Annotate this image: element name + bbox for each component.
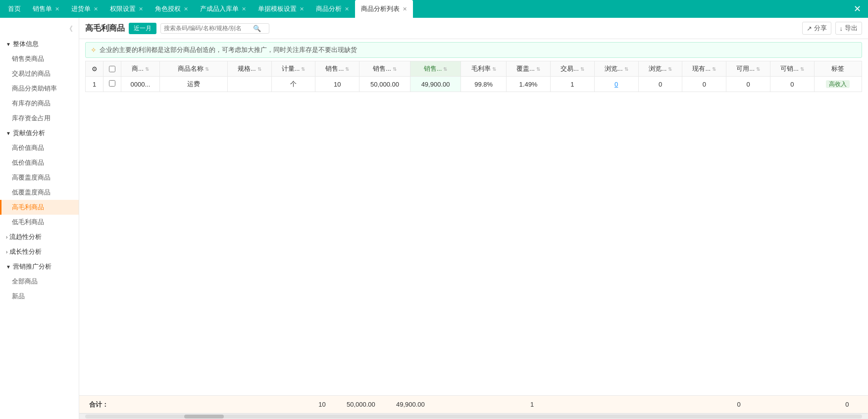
export-icon: ↓ — [840, 25, 843, 32]
tab-purchase-close[interactable]: ✕ — [94, 6, 98, 12]
cell-coverage: 1.49% — [507, 77, 551, 92]
tab-product-analysis-list-close[interactable]: ✕ — [403, 6, 407, 12]
footer-totals: 合计： 10 50,000.00 49,900.00 1 0 0 — [79, 395, 868, 413]
tab-role[interactable]: 角色授权 ✕ — [149, 0, 194, 18]
tab-template-close[interactable]: ✕ — [300, 6, 304, 12]
col-unit[interactable]: 计量...⇅ — [271, 61, 315, 77]
share-icon: ↗ — [807, 25, 812, 32]
col-sales-qty[interactable]: 销售...⇅ — [315, 61, 359, 77]
col-spec[interactable]: 规格...⇅ — [227, 61, 271, 77]
col-browse1[interactable]: 浏览...⇅ — [594, 61, 638, 77]
sidebar-group-marketing[interactable]: ▼ 营销推广分析 — [0, 259, 79, 274]
col-sales-amount[interactable]: 销售...⇅ — [359, 61, 410, 77]
tab-product-analysis[interactable]: 商品分析 ✕ — [310, 0, 355, 18]
tab-sales-close[interactable]: ✕ — [55, 6, 59, 12]
cell-sales-qty: 10 — [315, 77, 359, 92]
row-checkbox[interactable] — [109, 80, 115, 87]
expand-arrow-trend: › — [6, 234, 7, 240]
col-tag[interactable]: 标签 — [814, 61, 862, 77]
select-all-checkbox[interactable] — [109, 66, 115, 72]
sidebar-item-sales-goods[interactable]: 销售类商品 — [0, 51, 79, 66]
tab-home[interactable]: 首页 — [2, 0, 27, 18]
cell-index: 1 — [86, 77, 103, 92]
tab-permission[interactable]: 权限设置 ✕ — [104, 0, 149, 18]
tab-product-analysis-close[interactable]: ✕ — [345, 6, 349, 12]
table-wrapper[interactable]: ⚙ 商...⇅ 商品名称⇅ 规格...⇅ — [79, 61, 868, 395]
col-settings[interactable]: ⚙ — [86, 61, 103, 77]
sidebar-group-overall[interactable]: ▼ 整体信息 — [0, 37, 79, 51]
tab-permission-close[interactable]: ✕ — [139, 6, 143, 12]
search-input[interactable] — [164, 25, 253, 32]
sidebar-item-high-margin[interactable]: 高毛利商品 — [0, 200, 79, 215]
tab-purchase[interactable]: 进货单 ✕ — [65, 0, 104, 18]
tab-role-close[interactable]: ✕ — [184, 6, 188, 12]
sidebar-item-low-coverage[interactable]: 低覆盖度商品 — [0, 185, 79, 200]
col-checkbox-header[interactable] — [103, 61, 121, 77]
footer-label: 合计： — [85, 400, 112, 409]
sidebar-collapse-btn[interactable]: 《 — [64, 23, 75, 36]
expand-arrow-marketing: ▼ — [6, 264, 11, 270]
cell-browse2: 0 — [638, 77, 682, 92]
cell-checkbox[interactable] — [103, 77, 121, 92]
content-toolbar: 高毛利商品 近一月 🔍 ↗ 分享 ↓ 导出 — [79, 18, 868, 39]
top-nav: 首页 销售单 ✕ 进货单 ✕ 权限设置 ✕ 角色授权 ✕ 产成品入库单 ✕ 单据… — [0, 0, 868, 18]
scrollbar-track[interactable] — [85, 415, 862, 419]
footer-transactions: 1 — [517, 401, 547, 408]
info-icon: ✧ — [91, 46, 97, 54]
tab-product-in-close[interactable]: ✕ — [242, 6, 246, 12]
tab-sales[interactable]: 销售单 ✕ — [27, 0, 65, 18]
sidebar-group-growth[interactable]: › 成长性分析 — [0, 244, 79, 259]
cell-tag: 高收入 — [814, 77, 862, 92]
col-sales-profit[interactable]: 销售...⇅ — [410, 61, 461, 77]
sidebar-item-new-goods[interactable]: 新品 — [0, 289, 79, 304]
info-text: 企业的主要的利润都是这部分商品创造的，可考虑加大推广，同时关注库存是不要出现缺货 — [100, 46, 357, 54]
sidebar-item-high-coverage[interactable]: 高覆盖度商品 — [0, 170, 79, 185]
col-name[interactable]: 商品名称⇅ — [159, 61, 227, 77]
share-button[interactable]: ↗ 分享 — [802, 22, 831, 35]
period-button[interactable]: 近一月 — [129, 23, 156, 34]
cell-unit: 个 — [271, 77, 315, 92]
expand-arrow-contribution: ▼ — [6, 131, 11, 136]
col-saleable[interactable]: 可销...⇅ — [770, 61, 815, 77]
sidebar-group-trend[interactable]: › 流趋性分析 — [0, 230, 79, 244]
sidebar-item-category-rate[interactable]: 商品分类助销率 — [0, 81, 79, 96]
export-button[interactable]: ↓ 导出 — [835, 22, 863, 35]
page-title: 高毛利商品 — [85, 23, 125, 34]
sidebar-item-low-margin[interactable]: 低毛利商品 — [0, 215, 79, 230]
tab-product-analysis-list[interactable]: 商品分析列表 ✕ — [355, 0, 413, 18]
window-close-btn[interactable]: ✕ — [849, 3, 866, 14]
footer-saleable: 0 — [832, 401, 862, 408]
col-current-stock[interactable]: 现有...⇅ — [682, 61, 726, 77]
cell-name: 运费 — [159, 77, 227, 92]
cell-available: 0 — [726, 77, 770, 92]
sidebar-group-contribution[interactable]: ▼ 贡献值分析 — [0, 126, 79, 140]
sidebar-item-all-goods[interactable]: 全部商品 — [0, 274, 79, 289]
cell-gross-rate: 99.8% — [461, 77, 507, 92]
col-gross-rate[interactable]: 毛利率⇅ — [461, 61, 507, 77]
tab-template[interactable]: 单据模板设置 ✕ — [252, 0, 310, 18]
scrollbar-thumb[interactable] — [184, 415, 224, 419]
col-available[interactable]: 可用...⇅ — [726, 61, 770, 77]
expand-arrow-overall: ▼ — [6, 42, 11, 47]
cell-spec — [227, 77, 271, 92]
cell-sales-amount: 50,000.00 — [359, 77, 410, 92]
footer-sales-profit: 49,900.00 — [379, 401, 429, 408]
sidebar-item-low-value[interactable]: 低价值商品 — [0, 155, 79, 170]
content-area: 高毛利商品 近一月 🔍 ↗ 分享 ↓ 导出 ✧ 企业的主要的利润都是这部分商品创… — [79, 18, 868, 419]
bottom-scrollbar[interactable] — [79, 413, 868, 419]
search-box: 🔍 — [160, 23, 269, 34]
sidebar-item-high-value[interactable]: 高价值商品 — [0, 140, 79, 155]
sidebar-item-stock-goods[interactable]: 有库存的商品 — [0, 96, 79, 111]
cell-sales-profit: 49,900.00 — [410, 77, 461, 92]
col-code[interactable]: 商...⇅ — [121, 61, 160, 77]
cell-browse1[interactable]: 0 — [594, 77, 638, 92]
col-coverage[interactable]: 覆盖...⇅ — [507, 61, 551, 77]
cell-current-stock: 0 — [682, 77, 726, 92]
table-row[interactable]: 1 0000... 运费 个 10 50,000.00 49,900.00 99… — [86, 77, 862, 92]
sidebar-item-stock-capital[interactable]: 库存资金占用 — [0, 111, 79, 126]
col-transactions[interactable]: 交易...⇅ — [550, 61, 594, 77]
search-icon[interactable]: 🔍 — [253, 25, 261, 32]
sidebar-item-traded-goods[interactable]: 交易过的商品 — [0, 66, 79, 81]
tab-product-in[interactable]: 产成品入库单 ✕ — [194, 0, 252, 18]
col-browse2[interactable]: 浏览...⇅ — [638, 61, 682, 77]
